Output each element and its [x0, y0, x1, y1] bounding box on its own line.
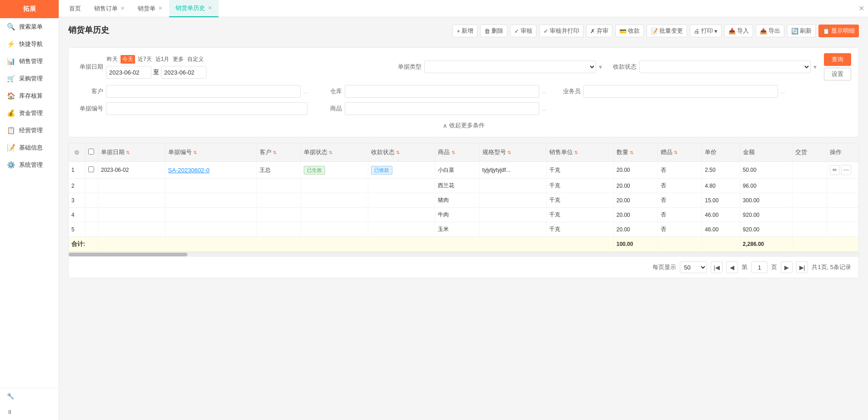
cell-checkbox[interactable] [85, 208, 98, 222]
print-button[interactable]: 🖨 打印 ▾ [690, 25, 722, 37]
sidebar-item-search-menu[interactable]: 🔍 搜索菜单 [0, 18, 59, 35]
doc-type-select[interactable] [424, 60, 596, 73]
customer-ellipsis[interactable]: ... [303, 89, 307, 94]
export-button[interactable]: 📤 导出 [756, 25, 784, 37]
cell-doc-status [301, 179, 368, 193]
col-doc-no[interactable]: 单据编号 ⇅ [165, 143, 256, 162]
col-goods[interactable]: 商品 ⇅ [435, 143, 479, 162]
scroll-thumb[interactable] [69, 253, 187, 256]
shortcut-custom[interactable]: 自定义 [186, 55, 205, 64]
col-customer[interactable]: 客户 ⇅ [256, 143, 301, 162]
col-quantity[interactable]: 数量 ⇅ [613, 143, 657, 162]
new-button[interactable]: + 新增 [452, 25, 477, 37]
collapse-button[interactable]: ∧ 收起更多条件 [76, 120, 851, 131]
select-all-checkbox[interactable] [88, 149, 94, 155]
discard-button[interactable]: ✗ 弃审 [586, 25, 612, 37]
tab-sales-order-close[interactable]: ✕ [120, 5, 125, 11]
show-details-button[interactable]: 📋 显示明细 [818, 25, 859, 37]
shortcut-more[interactable]: 更多 [172, 55, 185, 64]
tab-sales-delivery-history[interactable]: 销货单历史 ✕ [169, 0, 219, 17]
sidebar-item-sales-mgmt[interactable]: 📊 销售管理 [0, 53, 59, 70]
more-action-button[interactable]: ⋯ [841, 165, 851, 175]
sidebar-item-quick-nav[interactable]: ⚡ 快捷导航 [0, 35, 59, 53]
sidebar-item-pause[interactable]: ⏸ [0, 404, 59, 420]
tab-close-all-button[interactable]: ✕ [858, 4, 864, 13]
cell-action [827, 222, 858, 237]
delete-button[interactable]: 🗑 删除 [480, 25, 507, 37]
settings-label: 设置 [832, 70, 843, 78]
cell-checkbox[interactable] [85, 162, 98, 179]
col-gear[interactable]: ⚙ [69, 143, 85, 162]
col-gift[interactable]: 赠品 ⇅ [658, 143, 702, 162]
doc-no-input[interactable] [106, 102, 307, 115]
table-body: 1 2023-06-02 SA-20230602-0 王总 已生效 已收款 小白… [69, 162, 858, 237]
shortcut-yesterday[interactable]: 昨天 [106, 55, 119, 64]
tab-sales-delivery-history-close[interactable]: ✕ [208, 5, 212, 11]
col-spec[interactable]: 规格型号 ⇅ [479, 143, 547, 162]
last-page-button[interactable]: ▶| [796, 261, 808, 273]
payment-status-select[interactable] [639, 60, 811, 73]
edit-action-button[interactable]: ✏ [830, 165, 840, 175]
import-button[interactable]: 📥 导入 [724, 25, 753, 37]
sidebar-item-purchase-mgmt[interactable]: 🛒 采购管理 [0, 70, 59, 87]
cell-doc-status: 已生效 [301, 162, 368, 179]
cell-unit: 千克 [547, 162, 614, 179]
shortcut-today[interactable]: 今天 [120, 55, 135, 64]
col-checkbox[interactable] [85, 143, 98, 162]
warehouse-input[interactable] [345, 85, 539, 98]
purchase-mgmt-icon: 🛒 [7, 75, 15, 83]
refresh-label: 刷新 [800, 27, 812, 35]
sidebar-item-settings-bottom[interactable]: 🔧 [0, 388, 59, 404]
date-to-input[interactable] [161, 66, 206, 79]
col-doc-status[interactable]: 单据状态 ⇅ [301, 143, 368, 162]
col-payment-status-label: 收款状态 [371, 149, 395, 155]
col-unit[interactable]: 销售单位 ⇅ [547, 143, 614, 162]
sidebar-item-inventory[interactable]: 🏠 库存核算 [0, 87, 59, 105]
discard-icon: ✗ [590, 28, 595, 35]
doc-no-link[interactable]: SA-20230602-0 [168, 167, 210, 174]
salesperson-ellipsis[interactable]: ... [781, 89, 785, 94]
tab-sales-delivery[interactable]: 销货单 ✕ [131, 0, 169, 17]
tab-home[interactable]: 首页 [63, 0, 88, 17]
customer-input[interactable] [106, 85, 301, 98]
batch-change-button[interactable]: 📝 批量变更 [647, 25, 687, 37]
audit-print-button[interactable]: ✓ 审核并打印 [539, 25, 583, 37]
refresh-button[interactable]: 🔄 刷新 [787, 25, 816, 37]
shortcut-1month[interactable]: 近1月 [155, 55, 171, 64]
sidebar-item-sys-mgmt[interactable]: ⚙️ 系统管理 [0, 156, 59, 174]
sidebar-item-operations[interactable]: 📋 经营管理 [0, 122, 59, 139]
next-page-button[interactable]: ▶ [781, 261, 793, 273]
cell-goods: 牛肉 [435, 208, 479, 222]
row-checkbox[interactable] [88, 166, 94, 172]
goods-input[interactable] [345, 102, 539, 115]
audit-button[interactable]: ✓ 审核 [510, 25, 537, 37]
tab-sales-order[interactable]: 销售订单 ✕ [88, 0, 131, 17]
col-payment-status[interactable]: 收款状态 ⇅ [368, 143, 435, 162]
sidebar-item-finance[interactable]: 💰 资金管理 [0, 105, 59, 122]
cell-doc-status [301, 208, 368, 222]
tab-sales-delivery-close[interactable]: ✕ [158, 5, 162, 11]
warehouse-ellipsis[interactable]: ... [542, 89, 546, 94]
collect-button[interactable]: 💳 收款 [615, 25, 644, 37]
cell-gift: 否 [658, 193, 702, 208]
first-page-button[interactable]: |◀ [711, 261, 722, 273]
settings-button[interactable]: 设置 [824, 68, 851, 80]
sidebar-item-base-info[interactable]: 📝 基础信息 [0, 139, 59, 156]
page-number-input[interactable] [751, 261, 768, 273]
goods-ellipsis[interactable]: ... [542, 106, 546, 111]
gear-icon[interactable]: ⚙ [71, 147, 82, 158]
cell-doc-date [98, 193, 166, 208]
date-from-input[interactable] [106, 66, 151, 79]
cell-checkbox[interactable] [85, 179, 98, 193]
query-button[interactable]: 查询 [824, 53, 851, 66]
cell-checkbox[interactable] [85, 222, 98, 237]
print-icon: 🖨 [694, 28, 700, 35]
salesperson-input[interactable] [583, 85, 778, 98]
per-page-select[interactable]: 50 100 [680, 261, 707, 273]
shortcut-7days[interactable]: 近7天 [137, 55, 153, 64]
prev-page-button[interactable]: ◀ [726, 261, 738, 273]
horizontal-scrollbar[interactable] [69, 252, 858, 256]
col-doc-date[interactable]: 单据日期 ⇅ [98, 143, 166, 162]
cell-amount: 920.00 [740, 222, 792, 237]
cell-checkbox[interactable] [85, 193, 98, 208]
